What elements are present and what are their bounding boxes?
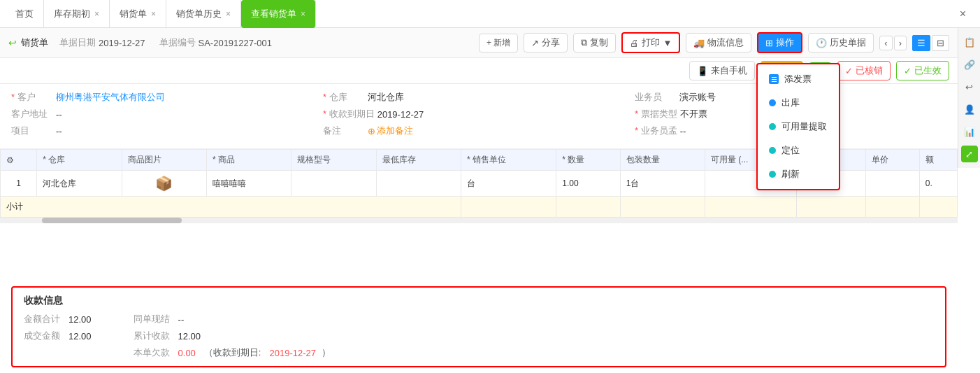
tab-sales-close[interactable]: × — [151, 9, 156, 19]
tab-home[interactable]: 首页 — [6, 0, 44, 28]
print-dropdown-icon: ▼ — [663, 38, 672, 48]
tab-sales-history[interactable]: 销货单历史 × — [166, 0, 241, 28]
print-button[interactable]: 🖨 打印 ▼ — [621, 32, 680, 53]
project-field: 项目 -- — [11, 125, 323, 137]
project-label: 项目 — [11, 125, 53, 137]
warehouse-field: 仓库 河北仓库 — [323, 91, 635, 104]
cell-warehouse: 河北仓库 — [37, 171, 122, 197]
history-label: 历史单据 — [830, 36, 866, 49]
toolbar-right: + 新增 ↗ 分享 ⧉ 复制 🖨 打印 ▼ 🚚 物流信息 — [479, 32, 949, 53]
info-col-1: 金额合计 12.00 成交金额 12.00 — [24, 313, 92, 359]
from-phone-button[interactable]: 📱 来自手机 — [689, 61, 755, 80]
operate-label: 操作 — [776, 36, 794, 49]
owe-row: 本单欠款 0.00 （收款到期日: 2019-12-27 ） — [134, 346, 331, 359]
cell-pkg-qty: 1台 — [620, 171, 705, 197]
tab-inventory-label: 库存期初 — [54, 8, 90, 20]
new-button[interactable]: + 新增 — [479, 34, 518, 52]
dropdown-available-extract[interactable]: 可用量提取 — [758, 115, 839, 139]
customer-value[interactable]: 柳州粤港平安气体有限公司 — [56, 91, 165, 104]
sidebar-icon-3[interactable]: ↩ — [961, 78, 978, 95]
subtotal-current — [797, 197, 866, 218]
sidebar-icon-1[interactable]: 📋 — [961, 34, 978, 50]
outbound-label: 出库 — [781, 97, 800, 109]
share-button[interactable]: ↗ 分享 — [524, 33, 568, 52]
add-icon: ⊕ — [368, 126, 375, 136]
refresh-label: 刷新 — [781, 168, 800, 181]
subtotal-row: 小计 — [1, 197, 958, 218]
print-label: 打印 — [642, 36, 660, 49]
copy-button[interactable]: ⧉ 复制 — [573, 33, 616, 52]
available-icon — [769, 123, 776, 130]
sidebar-icon-2[interactable]: 🔗 — [961, 56, 978, 73]
tab-inventory-close[interactable]: × — [94, 9, 99, 19]
outbound-icon — [769, 99, 776, 106]
cancel-icon: ✓ — [845, 66, 853, 76]
col-spec: 规格型号 — [291, 150, 376, 171]
nav-next-button[interactable]: › — [894, 36, 907, 50]
cancel-label: 已核销 — [856, 64, 883, 77]
tab-sales[interactable]: 销货单 × — [110, 0, 166, 28]
available-label: 可用量提取 — [781, 120, 827, 133]
view-toggle: ☰ ⊟ — [912, 35, 949, 51]
effect-icon: ✓ — [904, 66, 911, 76]
cumulative-value: 12.00 — [178, 331, 201, 342]
cell-product: 嘻嘻嘻嘻 — [206, 171, 291, 197]
operate-dropdown: ☰ 添发票 出库 可用量提取 定位 刷新 — [756, 63, 840, 190]
cumulative-row: 累计收款 12.00 — [134, 330, 331, 342]
col-amount: 额 — [919, 150, 957, 171]
cell-price — [866, 171, 920, 197]
share-icon: ↗ — [531, 38, 539, 48]
subtotal-qty — [556, 197, 620, 218]
horizontal-scrollbar[interactable] — [0, 218, 958, 223]
info-grid: 金额合计 12.00 成交金额 12.00 同单现结 -- 累计收款 — [24, 313, 934, 359]
history-button[interactable]: 🕐 历史单据 — [808, 33, 874, 52]
tab-view-sales[interactable]: 查看销货单 × — [241, 0, 316, 28]
scroll-thumb[interactable] — [42, 218, 182, 223]
subtotal-avail — [705, 197, 797, 218]
print-icon: 🖨 — [630, 38, 639, 48]
view-list-button[interactable]: ☰ — [912, 35, 930, 51]
dropdown-outbound[interactable]: 出库 — [758, 91, 839, 115]
owe-label: 本单欠款 — [134, 346, 173, 359]
payment-info-title: 收款信息 — [24, 295, 934, 307]
staff2-label: 业务员孟 — [635, 125, 677, 137]
tab-view-sales-close[interactable]: × — [301, 9, 305, 19]
window-close-button[interactable]: × — [951, 8, 974, 20]
dropdown-refresh[interactable]: 刷新 — [758, 162, 839, 186]
effect-button[interactable]: ✓ 已生效 — [896, 61, 949, 80]
tab-inventory[interactable]: 库存期初 × — [44, 0, 110, 28]
logistics-button[interactable]: 🚚 物流信息 — [686, 33, 751, 52]
address-value: -- — [56, 109, 62, 120]
add-remark-button[interactable]: ⊕ 添加备注 — [368, 125, 413, 137]
dropdown-add-invoice[interactable]: ☰ 添发票 — [758, 67, 839, 91]
owe-note: （收款到期日: — [204, 346, 261, 359]
view-grid-button[interactable]: ⊟ — [932, 35, 949, 51]
deal-row: 成交金额 12.00 — [24, 330, 92, 342]
dropdown-locate[interactable]: 定位 — [758, 139, 839, 162]
share-label: 分享 — [542, 36, 560, 49]
ticket-label: 票据类型 — [635, 108, 677, 120]
sidebar-icon-5[interactable]: 📊 — [961, 123, 978, 140]
date-value: 2019-12-27 — [99, 38, 145, 48]
doc-type-label: 销货单 — [21, 36, 48, 49]
col-warehouse: * 仓库 — [37, 150, 122, 171]
owe-close: ） — [322, 346, 331, 359]
doc-title-group: ↩ 销货单 — [8, 36, 48, 49]
tab-sales-history-close[interactable]: × — [226, 9, 231, 19]
deal-value: 12.00 — [69, 331, 92, 342]
amount-row: 金额合计 12.00 — [24, 313, 92, 325]
cell-unit: 台 — [461, 171, 556, 197]
nav-prev-button[interactable]: ‹ — [879, 36, 892, 50]
copy-label: 复制 — [590, 36, 608, 49]
col-gear: ⚙ — [1, 150, 37, 171]
payment-label: 收款到期日 — [323, 108, 375, 120]
cancel-button[interactable]: ✓ 已核销 — [837, 61, 891, 80]
settlement-value: -- — [178, 314, 185, 325]
payment-value: 2019-12-27 — [377, 109, 424, 120]
operate-button[interactable]: ⊞ 操作 — [757, 32, 802, 53]
sidebar-icon-expand[interactable]: ⤢ — [961, 146, 978, 162]
owe-date: 2019-12-27 — [269, 348, 316, 358]
sidebar-icon-4[interactable]: 👤 — [961, 101, 978, 118]
amount-value: 12.00 — [69, 314, 92, 325]
ticket-value: 不开票 — [680, 108, 707, 120]
